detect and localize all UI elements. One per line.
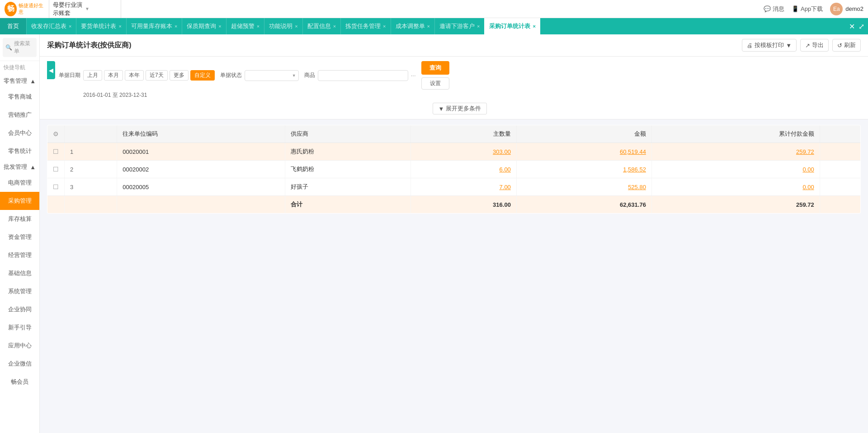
sidebar-item-ecommerce[interactable]: 电商管理 [0,174,39,192]
tab-close[interactable]: × [333,24,336,29]
td-paid-3[interactable]: 0.00 [651,178,820,196]
sidebar-item-purchase[interactable]: 采购管理 [0,192,39,210]
date-btn-custom[interactable]: 自定义 [190,70,215,81]
tab-close-active[interactable]: × [533,24,535,29]
logo-icon: 畅 [5,2,17,16]
date-btn-lastmonth[interactable]: 上月 [83,70,102,81]
th-extra [820,125,860,143]
sidebar-item-business[interactable]: 经营管理 [0,246,39,264]
sidebar-item-app-center[interactable]: 应用中心 [0,337,39,355]
template-print-button[interactable]: 🖨 按模板打印 ▼ [742,39,797,52]
tab-keyongliang[interactable]: 可用量库存账本 × [126,18,182,34]
sidebar-item-retail-mgmt[interactable]: 零售管理 ▲ [0,74,39,88]
table-header: ⚙ 往来单位编码 供应商 主数量 金额 累计付款金额 [47,125,861,143]
sidebar-search-box[interactable]: 🔍 搜索菜单 [3,38,37,57]
sidebar-item-member[interactable]: 会员中心 [0,124,39,142]
sidebar-item-inventory[interactable]: 库存核算 [0,210,39,228]
date-btn-thismonth[interactable]: 本月 [104,70,123,81]
app-download-button[interactable]: 📱 App下载 [792,5,823,13]
tab-yaoqing[interactable]: 邀请下游客户 × [434,18,484,34]
td-paid-2[interactable]: 0.00 [651,161,820,178]
td-paid-1[interactable]: 259.72 [651,143,820,161]
sidebar-item-system[interactable]: 系统管理 [0,282,39,300]
td-amount-1[interactable]: 60,519.44 [516,143,651,161]
td-checkbox-3[interactable]: ☐ [47,178,65,196]
download-icon: 📱 [792,5,799,12]
date-btn-7days[interactable]: 近7天 [146,70,168,81]
td-qty-1[interactable]: 303.00 [411,143,517,161]
sidebar-item-basic-info[interactable]: 基础信息 [0,264,39,282]
sidebar-item-wholesale[interactable]: 批发管理 ▲ [0,160,39,174]
tab-shoufa[interactable]: 收发存汇总表 × [26,18,76,34]
store-selector[interactable]: 母婴行业演示账套 ▼ [49,0,121,19]
tab-gongneng[interactable]: 功能说明 × [264,18,302,34]
content-area: 采购订单统计表(按供应商) 🖨 按模板打印 ▼ ↗ 导出 ↺ 刷新 [40,34,868,433]
tab-close-all[interactable]: ✕ [849,22,855,31]
td-code-1: 00020001 [117,143,285,161]
table-row: ☐ 2 00020002 飞鹤奶粉 6.00 1,586.52 0.00 [47,161,861,178]
tab-close[interactable]: × [383,24,386,29]
setting-button[interactable]: 设置 [421,77,449,90]
status-select[interactable] [245,70,299,81]
sidebar-item-marketing[interactable]: 营销推广 [0,106,39,124]
tab-close[interactable]: × [295,24,297,29]
sidebar-item-member2[interactable]: 畅会员 [0,373,39,391]
tab-close[interactable]: × [257,24,259,29]
expand-label: 展开更多条件 [446,105,481,113]
date-btn-thisyear[interactable]: 本年 [125,70,144,81]
td-checkbox-2[interactable]: ☐ [47,161,65,178]
td-code-3: 00020005 [117,178,285,196]
tab-close[interactable]: × [175,24,177,29]
data-table: ⚙ 往来单位编码 供应商 主数量 金额 累计付款金额 ☐ 1 [47,125,861,214]
tab-peizhixinxi[interactable]: 配置信息 × [302,18,340,34]
search-icon: 🔍 [5,44,12,51]
sidebar-item-guide[interactable]: 新手引导 [0,319,39,337]
td-amount-3[interactable]: 525.80 [516,178,651,196]
tab-close[interactable]: × [218,24,221,29]
td-qty-3[interactable]: 7.00 [411,178,517,196]
goods-more-icon[interactable]: ··· [411,72,416,79]
tab-baozhi[interactable]: 保质期查询 × [182,18,226,34]
filter-toggle-button[interactable]: ◀ [47,61,55,79]
td-qty-2[interactable]: 6.00 [411,161,517,178]
refresh-button[interactable]: ↺ 刷新 [832,39,861,52]
tab-caigou-active[interactable]: 采购订单统计表 × [484,18,540,34]
sidebar-item-finance[interactable]: 资金管理 [0,228,39,246]
tab-close[interactable]: × [477,24,480,29]
tab-close[interactable]: × [69,24,71,29]
print-icon: 🖨 [747,42,753,49]
goods-label: 商品 [304,71,315,79]
tab-maximize[interactable]: ⤢ [859,22,864,31]
table-body: ☐ 1 00020001 惠氏奶粉 303.00 60,519.44 259.7… [47,143,861,196]
td-supplier-1: 惠氏奶粉 [285,143,411,161]
date-filter-group: 单据日期 上月 本月 本年 近7天 更多 自定义 [59,70,215,81]
header-checkbox[interactable]: ⚙ [53,130,59,138]
date-btn-more[interactable]: 更多 [170,70,189,81]
sidebar-item-retail-mall[interactable]: 零售商城 [0,88,39,106]
date-label: 单据日期 [59,71,80,79]
sidebar-item-retail-stats[interactable]: 零售统计 [0,142,39,160]
tab-home[interactable]: 首页 [0,18,26,34]
tab-jianhuo[interactable]: 拣货任务管理 × [340,18,390,34]
logo-area: 畅 畅捷通好生意 [5,2,44,16]
tab-yaohuo[interactable]: 要货单统计表 × [76,18,126,34]
refresh-icon: ↺ [837,42,842,49]
td-index-3: 3 [65,178,117,196]
tab-chengben[interactable]: 成本调整单 × [391,18,434,34]
expand-button[interactable]: ▼ 展开更多条件 [433,103,487,114]
th-amount: 金额 [516,125,651,143]
expand-icon: ▼ [439,105,444,112]
tab-close[interactable]: × [427,24,430,29]
td-extra-2 [820,161,860,178]
tab-chaochuyujing[interactable]: 超储预警 × [226,18,264,34]
query-button[interactable]: 查询 [421,61,449,75]
td-checkbox-1[interactable]: ☐ [47,143,65,161]
sidebar-item-wechat[interactable]: 企业微信 [0,355,39,373]
sidebar-item-collab[interactable]: 企业协同 [0,300,39,319]
export-button[interactable]: ↗ 导出 [800,39,829,52]
goods-input[interactable] [318,70,408,81]
status-filter-group: 单据状态 [220,70,299,81]
td-amount-2[interactable]: 1,586.52 [516,161,651,178]
tab-close[interactable]: × [118,24,121,29]
message-button[interactable]: 💬 消息 [764,5,784,13]
